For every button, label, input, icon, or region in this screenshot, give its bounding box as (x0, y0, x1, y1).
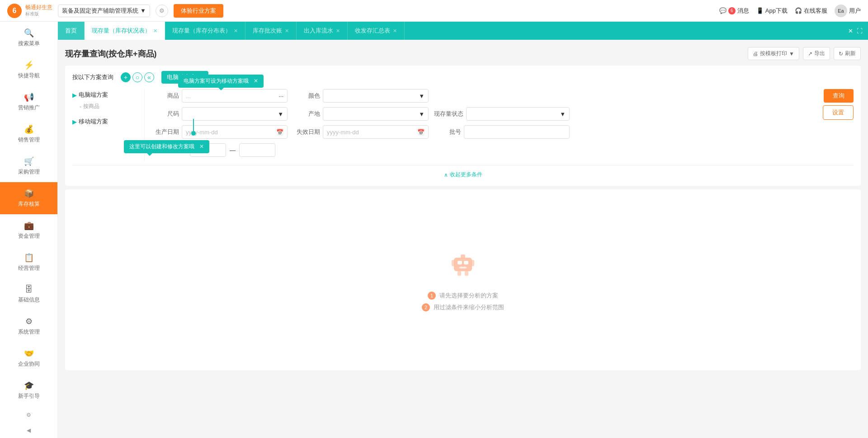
collapse-icon: ◀ (27, 427, 31, 433)
ellipsis-icon: ··· (278, 93, 283, 99)
scheme-sub-item: - 按商品 (80, 101, 141, 112)
sidebar-item-label: 经营管理 (18, 264, 40, 272)
desktop-scheme-label: 电脑端方案 (79, 91, 108, 99)
sidebar-item-marketing[interactable]: 📢 营销推广 (0, 86, 57, 118)
tab-inventory-status[interactable]: 现存量（库存状况表） ✕ (85, 22, 165, 40)
close-icon[interactable]: ✕ (393, 28, 397, 34)
qty-max-input[interactable] (239, 143, 275, 157)
connector-line (193, 119, 194, 132)
refresh-button[interactable]: ↻ 刷新 (834, 47, 861, 60)
sidebar-item-newbie[interactable]: 🎓 新手引导 (0, 374, 57, 406)
tab-home[interactable]: 首页 (58, 22, 85, 40)
settings-icon[interactable]: ⚙ (156, 5, 168, 17)
mfg-date-label: 生产日期 (152, 128, 179, 136)
logo-icon: 6 (7, 4, 22, 18)
message-label: 消息 (737, 7, 749, 15)
edit-scheme-button[interactable]: ○ (132, 72, 142, 82)
sidebar-settings-button[interactable]: ⚙ (0, 407, 57, 423)
sidebar-item-label: 基础信息 (18, 296, 40, 304)
sidebar-item-label: 销售管理 (18, 136, 40, 144)
tooltip-close-1[interactable]: ✕ (254, 78, 258, 84)
online-support-button[interactable]: 🎧 在线客服 (795, 7, 827, 15)
sidebar-item-inventory[interactable]: 📦 库存核算 (0, 182, 57, 214)
logo-sub: 标准版 (25, 11, 52, 17)
sidebar-item-label: 企业协同 (18, 360, 40, 368)
exp-date-input[interactable]: yyyy-mm-dd 📅 (323, 125, 429, 139)
message-badge: 6 (728, 7, 736, 14)
export-button[interactable]: ↗ 导出 (803, 47, 830, 60)
search-actions: 查询 设置 (823, 89, 854, 161)
sidebar-item-label: 搜索菜单 (18, 40, 40, 47)
product-select[interactable]: ... ··· (182, 89, 288, 103)
chevron-down-icon: ▼ (278, 111, 283, 118)
mfg-date-input[interactable]: yyyy-mm-dd 📅 (182, 125, 288, 139)
print-button[interactable]: 🖨 按模板打印 ▼ (748, 47, 799, 60)
sidebar-item-label: 资金管理 (18, 232, 40, 240)
content-area: 首页 现存量（库存状况表） ✕ 现存量（库存分布表） ✕ 库存批次账 ✕ 出入库… (58, 22, 868, 438)
empty-step-1: 1 请先选择要分析的方案 (428, 292, 498, 300)
dash-icon: - (80, 104, 81, 110)
svg-rect-6 (472, 260, 474, 266)
tab-batch[interactable]: 库存批次账 ✕ (245, 22, 297, 40)
stock-status-select[interactable]: ▼ (466, 107, 570, 121)
operations-icon: 📋 (24, 253, 34, 263)
batch-input[interactable] (464, 125, 570, 139)
filter-row-2: 尺码 ▼ 产地 ▼ (152, 107, 816, 121)
origin-select[interactable]: ▼ (323, 107, 429, 121)
avatar: Ea (835, 5, 847, 17)
close-icon[interactable]: ✕ (234, 28, 238, 34)
exp-date-label: 失效日期 (293, 128, 320, 136)
sidebar-item-label: 库存核算 (18, 200, 40, 208)
sidebar-item-operations[interactable]: 📋 经营管理 (0, 246, 57, 278)
dash-separator: — (230, 147, 236, 154)
user-menu[interactable]: Ea 用户 (835, 5, 861, 17)
size-label: 尺码 (152, 110, 179, 118)
add-scheme-button[interactable]: + (121, 72, 131, 82)
sidebar-item-purchase[interactable]: 🛒 采购管理 (0, 150, 57, 182)
close-icon[interactable]: ✕ (336, 28, 340, 34)
close-icon[interactable]: ✕ (285, 28, 289, 34)
back-button[interactable]: « (144, 72, 154, 82)
close-all-icon[interactable]: ✕ (848, 28, 853, 34)
reset-button[interactable]: 设置 (823, 105, 854, 120)
filter-label: 按以下方案查询 (72, 73, 113, 81)
tab-collect[interactable]: 收发存汇总表 ✕ (348, 22, 405, 40)
purchase-icon: 🛒 (24, 156, 34, 166)
sidebar-item-basic-info[interactable]: 🗄 基础信息 (0, 278, 57, 310)
svg-rect-2 (464, 261, 468, 264)
calendar-icon: 📅 (417, 129, 425, 136)
sidebar-item-search-menu[interactable]: 🔍 搜索菜单 (0, 22, 57, 54)
svg-rect-1 (458, 261, 462, 264)
message-button[interactable]: 💬 6 消息 (719, 7, 749, 15)
tooltip-close-2[interactable]: ✕ (199, 143, 204, 150)
scheme-tree-item-mobile[interactable]: ▶ 移动端方案 (72, 116, 141, 127)
sidebar-item-enterprise[interactable]: 🤝 企业协同 (0, 342, 57, 374)
sidebar-item-sales[interactable]: 💰 销售管理 (0, 118, 57, 150)
tab-inout[interactable]: 出入库流水 ✕ (297, 22, 348, 40)
sidebar-collapse-button[interactable]: ◀ (0, 423, 57, 438)
color-select[interactable]: ▼ (323, 89, 429, 103)
size-select[interactable]: ▼ (182, 107, 288, 121)
sidebar: 🔍 搜索菜单 ⚡ 快捷导航 📢 营销推广 💰 销售管理 🛒 采购管理 📦 (0, 22, 58, 438)
empty-step-2: 2 用过滤条件来缩小分析范围 (422, 303, 504, 311)
sidebar-item-quick-nav[interactable]: ⚡ 快捷导航 (0, 54, 57, 86)
sidebar-item-finance[interactable]: 💼 资金管理 (0, 214, 57, 246)
batch-label: 批号 (434, 128, 461, 136)
tab-inventory-dist[interactable]: 现存量（库存分布表） ✕ (165, 22, 245, 40)
collapse-button[interactable]: ∧ 收起更多条件 (442, 169, 484, 180)
sidebar-item-system[interactable]: ⚙ 系统管理 (0, 310, 57, 342)
svg-rect-7 (458, 271, 461, 276)
filter-fields: 商品 ... ··· 颜色 (145, 89, 816, 161)
top-bar-right: 💬 6 消息 📱 App下载 🎧 在线客服 Ea 用户 (719, 5, 861, 17)
chevron-down-icon: ▼ (789, 51, 794, 57)
trial-button[interactable]: 体验行业方案 (174, 4, 223, 18)
scheme-tree-item-desktop[interactable]: ▶ 电脑端方案 (72, 89, 141, 101)
search-button[interactable]: 查询 (824, 89, 854, 103)
page-actions: 🖨 按模板打印 ▼ ↗ 导出 ↻ 刷新 (748, 47, 861, 60)
app-download-button[interactable]: 📱 App下载 (756, 7, 788, 15)
arrow-icon-mobile: ▶ (72, 118, 77, 125)
system-selector[interactable]: 装备及固定资产辅助管理系统 ▼ (58, 5, 150, 17)
expand-icon[interactable]: ⛶ (857, 28, 863, 34)
message-icon: 💬 (719, 7, 726, 14)
close-icon[interactable]: ✕ (153, 28, 157, 34)
